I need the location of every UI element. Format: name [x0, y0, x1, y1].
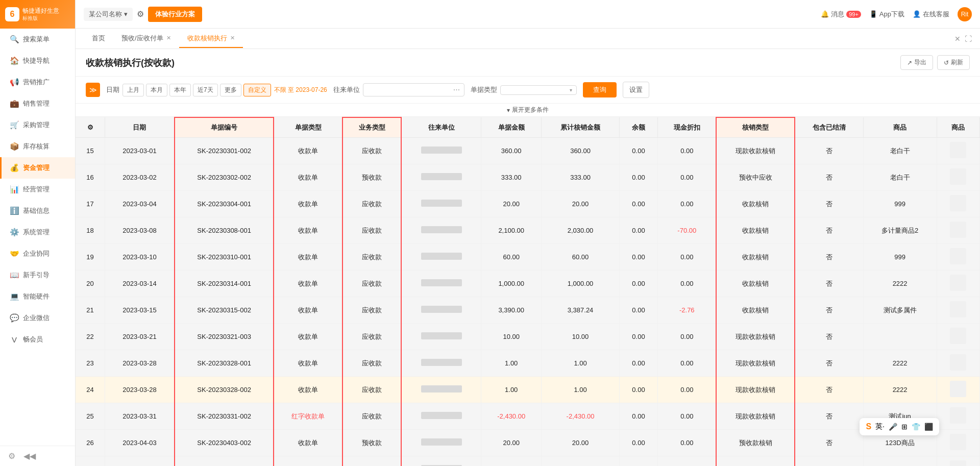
- doc-no-link[interactable]: SK-20230302-002: [197, 174, 251, 181]
- cell-partner: [401, 164, 481, 191]
- sidebar-item-corp[interactable]: 🤝企业协同: [0, 243, 75, 264]
- user-avatar[interactable]: Rit: [958, 7, 972, 21]
- doc-no-link[interactable]: SK-20230403-002: [197, 439, 251, 447]
- sidebar-item-sales[interactable]: 💼销售管理: [0, 93, 75, 114]
- cell-doc-no: SK-20230308-001: [175, 217, 274, 244]
- cell-doc-type: 红字收款单: [274, 403, 342, 430]
- goods-thumbnail: [950, 248, 966, 264]
- refresh-icon: ↺: [944, 59, 949, 66]
- table-scroll-container[interactable]: ⚙ 日期 单据编号 单据类型 业务类型 往来单位 单据金额 累计核销金额 余额 …: [76, 117, 980, 466]
- cell-partner: [401, 297, 481, 324]
- sidebar-item-finance[interactable]: 💰资金管理: [0, 157, 75, 179]
- cell-amount: -2,430.00: [481, 403, 542, 430]
- sidebar-item-member[interactable]: V畅会员: [0, 329, 75, 350]
- refresh-button[interactable]: ↺ 刷新: [937, 55, 970, 70]
- sidebar-item-hardware[interactable]: 💻智能硬件: [0, 286, 75, 307]
- more-date-btn[interactable]: 更多: [220, 84, 241, 96]
- sidebar-item-system[interactable]: ⚙️系统管理: [0, 222, 75, 243]
- cell-goods-img: [937, 244, 979, 271]
- cell-biz-type: 应收款: [342, 191, 401, 217]
- cell-writeoff-type: 收款核销: [716, 297, 795, 324]
- doc-no-link[interactable]: SK-20230310-001: [197, 253, 251, 261]
- tab-prereceipt[interactable]: 预收/应收付单 ✕: [113, 30, 179, 48]
- query-button[interactable]: 查询: [583, 82, 617, 97]
- cell-cash-discount: 0.00: [658, 377, 717, 403]
- expand-conditions-button[interactable]: ▾ 展开更多条件: [507, 106, 549, 114]
- cell-cash-discount: 0.00: [658, 430, 717, 456]
- sidebar-item-search[interactable]: 🔍搜索菜单: [0, 29, 75, 50]
- doc-no-link[interactable]: SK-20230328-001: [197, 359, 251, 367]
- service-label: 在线客服: [923, 10, 949, 19]
- inventory-icon: 📦: [10, 142, 19, 151]
- app-download-button[interactable]: 📱 App下载: [869, 10, 904, 19]
- cell-balance: 0.00: [619, 244, 657, 271]
- sidebar-item-label-guide: 新手引导: [23, 271, 50, 280]
- cell-balance: 0.00: [619, 324, 657, 350]
- cell-include-settled: 否: [795, 217, 863, 244]
- cell-biz-type: 应收款: [342, 297, 401, 324]
- col-date: 日期: [105, 117, 175, 138]
- settings-bottom-icon[interactable]: ⚙: [8, 451, 15, 461]
- filter-toggle-button[interactable]: ≫: [86, 83, 100, 97]
- home-label: 首页: [92, 34, 105, 43]
- cell-amount: 2,100.00: [481, 217, 542, 244]
- doc-no-link[interactable]: SK-20230328-002: [197, 386, 251, 394]
- cell-seq: 19: [76, 244, 105, 271]
- cell-goods-img: [937, 430, 979, 456]
- service-icon: 👤: [913, 10, 921, 18]
- prereceipt-close-icon[interactable]: ✕: [166, 35, 171, 41]
- last-7days-btn[interactable]: 近7天: [193, 84, 218, 96]
- cell-date: 2023-03-15: [105, 297, 175, 324]
- export-button[interactable]: ↗ 导出: [900, 55, 933, 70]
- sidebar-item-inventory[interactable]: 📦库存核算: [0, 136, 75, 157]
- doc-no-link[interactable]: SK-20230331-002: [197, 412, 251, 420]
- sidebar-item-wechat[interactable]: 💬企业微信: [0, 307, 75, 329]
- doc-no-link[interactable]: SK-20230315-002: [197, 306, 251, 314]
- logo-title: 畅捷通好生意: [22, 7, 59, 15]
- messages-button[interactable]: 🔔 消息 99+: [821, 10, 861, 19]
- page-title: 收款核销执行(按收款): [86, 57, 175, 69]
- doctype-filter-label: 单据类型: [471, 85, 497, 94]
- filter-setting-button[interactable]: 设置: [623, 82, 649, 98]
- settings-icon[interactable]: ⚙: [137, 9, 144, 19]
- collapse-icon[interactable]: ◀◀: [23, 451, 36, 461]
- sidebar-item-shortcuts[interactable]: 🏠快捷导航: [0, 50, 75, 71]
- tab-maximize-icon[interactable]: ⛶: [965, 35, 972, 43]
- company-selector[interactable]: 某公司名称 ▾: [84, 8, 133, 21]
- sidebar-item-marketing[interactable]: 📢营销推广: [0, 71, 75, 93]
- goods-thumbnail: [950, 354, 966, 371]
- partner-input-wrap: ···: [363, 83, 464, 96]
- tab-collection[interactable]: 收款核销执行 ✕: [179, 30, 243, 48]
- tab-close-all-icon[interactable]: ✕: [954, 35, 961, 43]
- sidebar-item-purchase[interactable]: 🛒采购管理: [0, 114, 75, 136]
- col-amount: 单据金额: [481, 117, 542, 138]
- doc-no-link[interactable]: SK-20230301-002: [197, 147, 251, 155]
- doc-no-link[interactable]: SK-20230304-001: [197, 200, 251, 208]
- sidebar-item-operations[interactable]: 📊经营管理: [0, 179, 75, 200]
- tab-home[interactable]: 首页: [84, 30, 113, 48]
- sidebar-item-guide[interactable]: 📖新手引导: [0, 264, 75, 286]
- custom-date-btn[interactable]: 自定义: [243, 84, 271, 96]
- this-year-btn[interactable]: 本年: [169, 84, 191, 96]
- doctype-select[interactable]: ▾: [500, 85, 577, 95]
- doc-no-link[interactable]: SK-20230321-003: [197, 333, 251, 340]
- doc-no-link[interactable]: SK-20230308-001: [197, 227, 251, 234]
- this-month-btn[interactable]: 本月: [146, 84, 167, 96]
- col-balance: 余额: [619, 117, 657, 138]
- goods-thumbnail: [950, 275, 966, 291]
- doc-no-link[interactable]: SK-20230314-001: [197, 280, 251, 287]
- partner-input[interactable]: [368, 86, 453, 94]
- cell-include-settled: 否: [795, 324, 863, 350]
- industry-solution-button[interactable]: 体验行业方案: [148, 7, 202, 22]
- online-service-button[interactable]: 👤 在线客服: [913, 10, 949, 19]
- last-month-btn[interactable]: 上月: [122, 84, 144, 96]
- cell-balance: 0.00: [619, 350, 657, 377]
- date-filter-label: 日期: [106, 85, 119, 94]
- col-goods-img: 商品: [937, 117, 979, 138]
- collection-close-icon[interactable]: ✕: [230, 35, 235, 41]
- sidebar-item-basic[interactable]: ℹ️基础信息: [0, 200, 75, 222]
- cell-include-settled: 否: [795, 138, 863, 164]
- cell-balance: 0.00: [619, 164, 657, 191]
- partner-dots-icon[interactable]: ···: [453, 85, 460, 94]
- cell-amount: 20.00: [481, 191, 542, 217]
